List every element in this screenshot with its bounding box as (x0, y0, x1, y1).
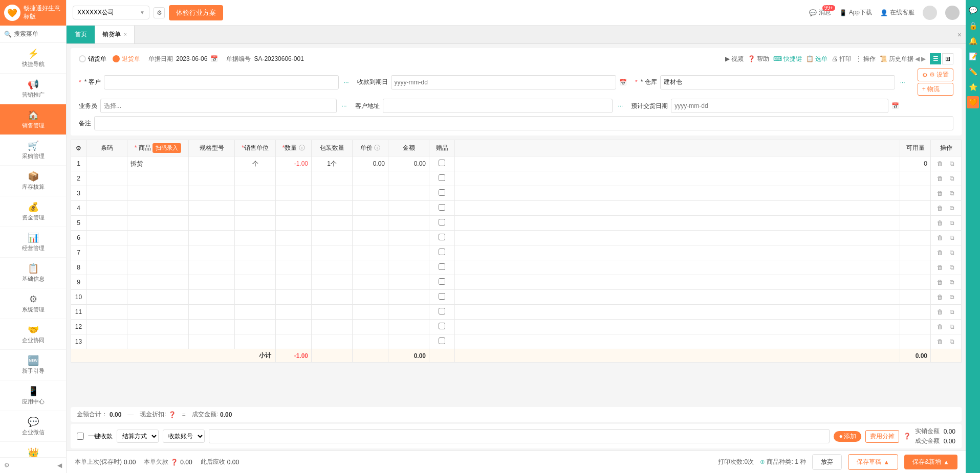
delete-icon[interactable]: 🗑 (935, 188, 945, 198)
cell-spec[interactable] (189, 156, 235, 171)
sidebar-item-finance[interactable]: 💰 资金管理 (0, 196, 66, 227)
salesperson-dots[interactable]: ··· (342, 102, 347, 109)
delete-icon[interactable]: 🗑 (935, 218, 945, 228)
cell-price[interactable]: 0.00 (353, 156, 388, 171)
cell-gift[interactable] (429, 290, 455, 305)
cell-spec[interactable] (189, 186, 235, 201)
cell-goods[interactable] (127, 290, 189, 305)
cell-amount[interactable] (388, 231, 429, 245)
delete-icon[interactable]: 🗑 (935, 203, 945, 213)
delete-icon[interactable]: 🗑 (935, 233, 945, 243)
cell-amount[interactable] (388, 334, 429, 349)
sidebar-item-wechat[interactable]: 💬 企业微信 (0, 411, 66, 442)
cell-spec[interactable] (189, 171, 235, 186)
cell-barcode[interactable] (86, 186, 127, 201)
cell-spec[interactable] (189, 231, 235, 245)
sidebar-search[interactable]: 🔍 搜索菜单 (0, 26, 66, 43)
cell-gift[interactable] (429, 334, 455, 349)
cell-goods[interactable] (127, 231, 189, 245)
right-panel-icon-4[interactable]: 📝 (967, 50, 979, 62)
cell-barcode[interactable] (86, 156, 127, 171)
sidebar-item-operation[interactable]: 📊 经营管理 (0, 227, 66, 258)
delete-icon[interactable]: 🗑 (935, 292, 945, 302)
print-btn[interactable]: 🖨 打印 (832, 55, 852, 63)
cell-qty[interactable] (276, 216, 312, 231)
sidebar-item-member[interactable]: 👑 畅会员 (0, 442, 66, 457)
cell-amount[interactable] (388, 186, 429, 201)
due-date-input[interactable] (391, 75, 617, 89)
cell-price[interactable] (353, 186, 388, 201)
cell-gift[interactable] (429, 201, 455, 216)
sidebar-item-purchase[interactable]: 🛒 采购管理 (0, 135, 66, 166)
delete-icon[interactable]: 🗑 (935, 247, 945, 258)
cell-price[interactable] (353, 334, 388, 349)
sidebar-settings-icon[interactable]: ⚙ (4, 462, 10, 469)
online-support-group[interactable]: 👤 在线客服 (880, 8, 914, 17)
cell-gift[interactable] (429, 156, 455, 171)
customer-dots[interactable]: ··· (344, 79, 349, 86)
expected-date-input[interactable] (671, 99, 888, 113)
settlement-select[interactable]: 结算方式 (117, 430, 159, 443)
cell-qty[interactable] (276, 231, 312, 245)
customer-addr-input[interactable] (383, 99, 613, 113)
cell-barcode[interactable] (86, 245, 127, 260)
cell-amount[interactable] (388, 305, 429, 320)
expected-date-cal-icon[interactable]: 📅 (891, 102, 899, 109)
copy-icon[interactable]: ⧉ (947, 322, 957, 332)
history-btn[interactable]: 📜 历史单据 ◀ ▶ (880, 55, 926, 63)
addr-dots[interactable]: ··· (618, 102, 623, 109)
cell-gift[interactable] (429, 305, 455, 320)
save-new-button[interactable]: 保存&新增 ▲ (904, 455, 957, 469)
right-panel-icon-2[interactable]: 🔒 (967, 19, 979, 32)
cell-gift[interactable] (429, 245, 455, 260)
cell-barcode[interactable] (86, 171, 127, 186)
copy-icon[interactable]: ⧉ (947, 159, 957, 169)
cell-spec[interactable] (189, 216, 235, 231)
cell-barcode[interactable] (86, 201, 127, 216)
view-btn-grid[interactable]: ⊞ (942, 53, 953, 64)
sidebar-item-marketing[interactable]: 📢 营销推广 (0, 74, 66, 104)
copy-icon[interactable]: ⧉ (947, 292, 957, 302)
user-avatar2[interactable] (945, 6, 960, 20)
copy-icon[interactable]: ⧉ (947, 173, 957, 184)
view-btn-list[interactable]: ☰ (930, 53, 941, 64)
settings-button[interactable]: ⚙ ⚙ 设置 (918, 69, 953, 81)
cell-goods[interactable]: 拆货 (127, 156, 189, 171)
cell-amount[interactable] (388, 245, 429, 260)
right-panel-icon-3[interactable]: 🔔 (967, 35, 979, 47)
cell-spec[interactable] (189, 305, 235, 320)
cell-qty[interactable] (276, 305, 312, 320)
discard-button[interactable]: 放弃 (812, 454, 842, 470)
cell-amount[interactable] (388, 320, 429, 334)
cell-qty[interactable] (276, 186, 312, 201)
delete-icon[interactable]: 🗑 (935, 307, 945, 317)
sidebar-item-base[interactable]: 📋 基础信息 (0, 258, 66, 288)
delete-icon[interactable]: 🗑 (935, 322, 945, 332)
video-btn[interactable]: ▶ 视频 (725, 55, 744, 63)
cell-amount[interactable] (388, 201, 429, 216)
cell-spec[interactable] (189, 245, 235, 260)
app-download-group[interactable]: 📱 App下载 (839, 8, 872, 17)
cell-goods[interactable] (127, 171, 189, 186)
logistics-button[interactable]: + 物流 (918, 83, 953, 96)
cell-qty[interactable] (276, 334, 312, 349)
warehouse-dots[interactable]: ··· (900, 79, 905, 86)
cell-goods[interactable] (127, 260, 189, 275)
sidebar-item-corp[interactable]: 🤝 企业协同 (0, 319, 66, 350)
due-date-cal-icon[interactable]: 📅 (619, 79, 627, 86)
cell-spec[interactable] (189, 201, 235, 216)
sidebar-item-shortcut[interactable]: ⚡ 快捷导航 (0, 43, 66, 74)
cell-spec[interactable] (189, 334, 235, 349)
cell-gift[interactable] (429, 186, 455, 201)
cell-gift[interactable] (429, 231, 455, 245)
cell-price[interactable] (353, 245, 388, 260)
cell-amount[interactable]: 0.00 (388, 156, 429, 171)
cell-qty[interactable] (276, 201, 312, 216)
cell-goods[interactable] (127, 275, 189, 290)
tab-close-right[interactable]: × (953, 26, 966, 43)
cell-price[interactable] (353, 305, 388, 320)
cell-price[interactable] (353, 216, 388, 231)
delete-icon[interactable]: 🗑 (935, 262, 945, 273)
cell-price[interactable] (353, 231, 388, 245)
sidebar-item-appstore[interactable]: 📱 应用中心 (0, 380, 66, 411)
